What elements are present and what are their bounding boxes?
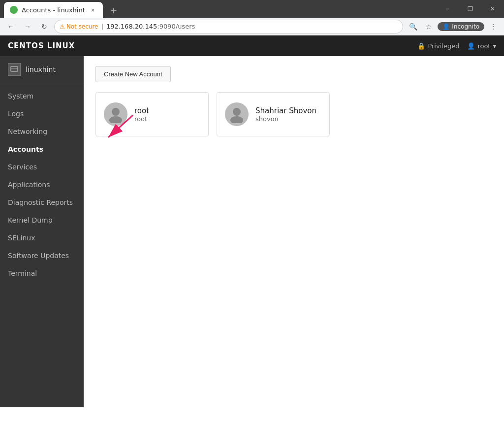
menu-btn[interactable]: ⋮ [486, 20, 500, 33]
address-bar[interactable]: ⚠ Not secure | 192.168.20.145:9090/users [54, 20, 403, 33]
user-dropdown-icon: ▾ [493, 42, 496, 50]
sidebar-item-diagnostic-reports[interactable]: Diagnostic Reports [0, 194, 84, 211]
svg-point-4 [109, 116, 122, 123]
sidebar-item-software-updates[interactable]: Software Updates [0, 247, 84, 264]
sidebar-logo[interactable]: linuxhint [0, 56, 84, 83]
security-indicator: ⚠ Not secure [60, 23, 98, 30]
account-username-shovon: shovon [255, 115, 316, 123]
svg-point-3 [112, 108, 120, 116]
sidebar-item-services[interactable]: Services [0, 158, 84, 176]
tab-title: Accounts - linuxhint [22, 6, 85, 14]
tab-close-btn[interactable]: × [89, 6, 97, 14]
restore-btn[interactable]: ❐ [459, 1, 481, 17]
privileged-label: Privileged [428, 42, 459, 50]
sidebar-logo-icon [8, 63, 21, 76]
user-menu[interactable]: 👤 root ▾ [467, 42, 496, 50]
window-controls: − ❐ ✕ [436, 0, 504, 18]
incognito-label: Incognito [452, 23, 479, 30]
incognito-badge[interactable]: 👤 Incognito [438, 22, 484, 31]
omnibar-actions: 🔍 ☆ 👤 Incognito ⋮ [406, 20, 500, 33]
sidebar-item-kernel-dump[interactable]: Kernel Dump [0, 211, 84, 229]
close-btn[interactable]: ✕ [481, 1, 504, 17]
account-card-root[interactable]: root root [95, 92, 209, 136]
account-name-shovon: Shahriar Shovon [255, 106, 316, 115]
create-account-btn[interactable]: Create New Account [95, 66, 171, 82]
not-secure-label: Not secure [66, 23, 98, 30]
sidebar-item-system[interactable]: System [0, 87, 84, 105]
main-layout: linuxhint System Logs Networking Account… [0, 56, 504, 407]
back-btn[interactable]: ← [4, 20, 18, 33]
svg-rect-2 [11, 68, 18, 68]
tabs-section: Accounts - linuxhint × + [0, 0, 436, 18]
sidebar-item-accounts[interactable]: Accounts [0, 140, 84, 158]
refresh-btn[interactable]: ↻ [37, 20, 51, 33]
accounts-grid: root root Shahriar Shovon shovon [95, 92, 492, 136]
app-header-right: 🔒 Privileged 👤 root ▾ [417, 42, 496, 50]
account-username-root: root [134, 115, 149, 123]
account-card-shovon[interactable]: Shahriar Shovon shovon [217, 92, 330, 136]
account-avatar-root [104, 102, 127, 126]
account-info-root: root root [134, 106, 149, 123]
browser-titlebar: Accounts - linuxhint × + − ❐ ✕ [0, 0, 504, 18]
svg-point-0 [11, 7, 17, 13]
account-avatar-shovon [225, 102, 249, 126]
account-name-root: root [134, 106, 149, 115]
active-tab[interactable]: Accounts - linuxhint × [4, 2, 103, 18]
sidebar-item-selinux[interactable]: SELinux [0, 229, 84, 247]
account-info-shovon: Shahriar Shovon shovon [255, 106, 316, 123]
address-separator: | [101, 23, 103, 30]
user-icon: 👤 [467, 42, 475, 50]
svg-point-5 [233, 108, 241, 116]
new-tab-btn[interactable]: + [107, 3, 121, 17]
omnibar: ← → ↻ ⚠ Not secure | 192.168.20.145:9090… [0, 18, 504, 35]
lock-icon: 🔒 [417, 42, 425, 50]
address-host: 192.168.20.145 [106, 23, 157, 30]
incognito-icon: 👤 [442, 23, 450, 30]
minimize-btn[interactable]: − [436, 1, 459, 17]
app-header: CENTOS LINUX 🔒 Privileged 👤 root ▾ [0, 35, 504, 56]
sidebar-item-terminal[interactable]: Terminal [0, 264, 84, 282]
sidebar-hostname: linuxhint [26, 65, 56, 73]
sidebar: linuxhint System Logs Networking Account… [0, 56, 84, 407]
sidebar-item-applications[interactable]: Applications [0, 176, 84, 194]
privileged-badge: 🔒 Privileged [417, 42, 459, 50]
address-path: :9090/users [157, 23, 195, 30]
sidebar-nav: System Logs Networking Accounts Services… [0, 83, 84, 407]
bookmark-btn[interactable]: ☆ [422, 20, 436, 33]
tab-favicon [10, 6, 18, 14]
content-area: Create New Account root root [84, 56, 504, 407]
warning-icon: ⚠ [60, 23, 65, 30]
forward-btn[interactable]: → [21, 20, 34, 33]
svg-rect-1 [11, 66, 18, 71]
sidebar-item-networking[interactable]: Networking [0, 123, 84, 140]
app-title: CENTOS LINUX [8, 41, 75, 50]
svg-point-6 [230, 116, 243, 123]
address-text: 192.168.20.145:9090/users [106, 23, 195, 30]
search-btn[interactable]: 🔍 [406, 20, 420, 33]
sidebar-item-logs[interactable]: Logs [0, 105, 84, 123]
user-label: root [477, 42, 490, 50]
